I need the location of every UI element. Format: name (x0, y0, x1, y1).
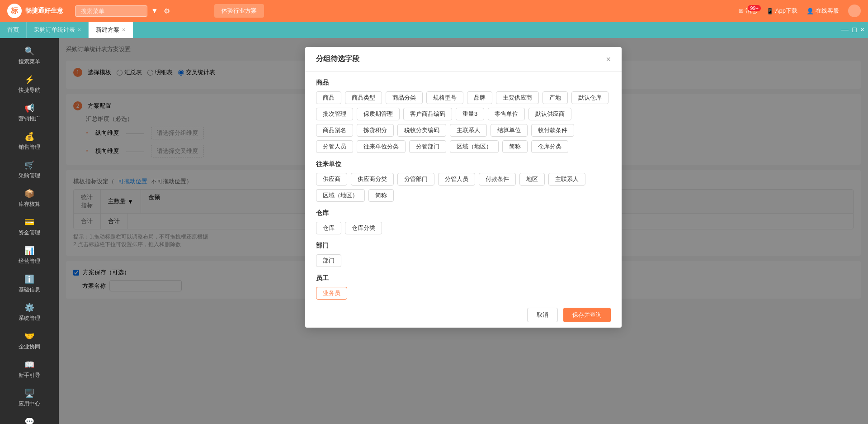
field-tags-2: 仓库仓库分类 (316, 222, 611, 234)
field-tag-1-0[interactable]: 供应商 (316, 173, 347, 186)
sidebar-system-label: 系统管理 (19, 314, 40, 322)
download-label: App下载 (775, 7, 797, 15)
field-group-0: 商品商品商品类型商品分类规格型号品牌主要供应商产地默认仓库批次管理保质期管理客户… (316, 79, 611, 153)
tab-maximize[interactable]: □ (852, 26, 857, 34)
field-tag-0-13[interactable]: 默认供应商 (528, 108, 571, 120)
tab-close-all[interactable]: × (860, 26, 864, 34)
tab-purchase-stats[interactable]: 采购订单统计表 × (27, 22, 89, 38)
field-tag-0-2[interactable]: 商品分类 (386, 91, 423, 104)
field-tags-1: 供应商供应商分类分管部门分管人员付款条件地区主联系人区域（地区）简称 (316, 173, 611, 202)
sidebar-appcenter-label: 应用中心 (19, 400, 40, 408)
sidebar-item-wechat[interactable]: 💬 企业微信 (0, 412, 59, 424)
sidebar: 🔍 搜索菜单 ⚡ 快捷导航 📢 营销推广 💰 销售管理 🛒 采购管理 📦 库存核… (0, 38, 59, 424)
sidebar-item-purchase[interactable]: 🛒 采购管理 (0, 156, 59, 184)
field-tag-0-10[interactable]: 客户商品编码 (403, 108, 452, 120)
field-tag-1-1[interactable]: 供应商分类 (351, 173, 394, 186)
field-tag-1-4[interactable]: 付款条件 (479, 173, 516, 186)
sales-icon: 💰 (24, 132, 34, 142)
field-tag-0-8[interactable]: 批次管理 (316, 108, 353, 120)
field-tag-1-2[interactable]: 分管部门 (397, 173, 434, 186)
field-tag-2-1[interactable]: 仓库分类 (345, 222, 382, 234)
field-tag-1-6[interactable]: 主联系人 (548, 173, 585, 186)
service-label: 在线客服 (816, 7, 839, 15)
sidebar-item-guide[interactable]: 📖 新手引导 (0, 355, 59, 384)
sidebar-search-label: 搜索菜单 (19, 58, 40, 66)
sidebar-item-system[interactable]: ⚙️ 系统管理 (0, 298, 59, 327)
field-tags-3: 部门 (316, 254, 611, 267)
field-tag-0-23[interactable]: 区域（地区） (450, 140, 499, 153)
search-input[interactable] (75, 5, 147, 17)
search-icon[interactable]: ▼ (151, 7, 158, 15)
service-item[interactable]: 👤 在线客服 (807, 7, 839, 15)
experience-btn[interactable]: 体验行业方案 (214, 4, 264, 18)
message-item[interactable]: ✉ 消息 99+ (739, 7, 757, 15)
field-tag-0-5[interactable]: 主要供应商 (496, 91, 539, 104)
tab-new-plan[interactable]: 新建方案 × (89, 22, 133, 38)
sidebar-operations-label: 经营管理 (19, 257, 40, 265)
sidebar-item-inventory[interactable]: 📦 库存核算 (0, 184, 59, 213)
system-icon: ⚙️ (24, 303, 34, 313)
field-tag-1-5[interactable]: 地区 (519, 173, 545, 186)
sidebar-item-search[interactable]: 🔍 搜索菜单 (0, 42, 59, 70)
modal-close-btn[interactable]: × (606, 55, 611, 63)
field-group-4: 员工业务员 (316, 274, 611, 300)
field-tag-0-24[interactable]: 简称 (502, 140, 528, 153)
sidebar-item-finance[interactable]: 💳 资金管理 (0, 213, 59, 241)
top-header: 标 畅捷通好生意 ▼ ⚙ 体验行业方案 ✉ 消息 99+ 📱 App下载 👤 在… (0, 0, 868, 22)
field-tag-2-0[interactable]: 仓库 (316, 222, 341, 234)
tab-minimize[interactable]: — (841, 26, 849, 34)
field-tag-0-21[interactable]: 往来单位分类 (357, 140, 406, 153)
cancel-button[interactable]: 取消 (527, 308, 558, 322)
field-tag-0-18[interactable]: 结算单位 (491, 124, 528, 137)
field-tag-0-25[interactable]: 仓库分类 (531, 140, 568, 153)
field-tag-1-7[interactable]: 区域（地区） (316, 189, 365, 202)
field-tag-0-1[interactable]: 商品类型 (345, 91, 382, 104)
field-tag-1-8[interactable]: 简称 (368, 189, 394, 202)
field-tag-0-6[interactable]: 产地 (542, 91, 568, 104)
modal-title: 分组待选字段 (316, 54, 359, 64)
sidebar-item-sales[interactable]: 💰 销售管理 (0, 127, 59, 156)
message-badge: 99+ (748, 5, 761, 11)
field-tag-0-19[interactable]: 收付款条件 (531, 124, 574, 137)
download-item[interactable]: 📱 App下载 (766, 7, 797, 15)
field-tag-0-16[interactable]: 税收分类编码 (397, 124, 446, 137)
confirm-button[interactable]: 保存并查询 (563, 308, 611, 322)
field-tag-4-0[interactable]: 业务员 (316, 287, 347, 300)
sidebar-item-quicknav[interactable]: ⚡ 快捷导航 (0, 70, 59, 99)
field-tag-0-11[interactable]: 重量3 (456, 108, 484, 120)
field-tag-0-9[interactable]: 保质期管理 (357, 108, 400, 120)
sidebar-item-marketing[interactable]: 📢 营销推广 (0, 99, 59, 127)
sidebar-item-base[interactable]: ℹ️ 基础信息 (0, 270, 59, 298)
field-tags-4: 业务员 (316, 287, 611, 300)
settings-icon[interactable]: ⚙ (164, 7, 170, 15)
tab-new-plan-close[interactable]: × (122, 27, 125, 33)
purchase-icon: 🛒 (24, 160, 34, 170)
modal-body[interactable]: 商品商品商品类型商品分类规格型号品牌主要供应商产地默认仓库批次管理保质期管理客户… (305, 71, 622, 302)
field-tag-0-15[interactable]: 拣货积分 (357, 124, 394, 137)
field-tag-1-3[interactable]: 分管人员 (438, 173, 475, 186)
field-group-title-0: 商品 (316, 79, 611, 87)
field-tag-0-7[interactable]: 默认仓库 (571, 91, 609, 104)
sidebar-inventory-label: 库存核算 (19, 200, 40, 208)
sidebar-item-appcenter[interactable]: 🖥️ 应用中心 (0, 384, 59, 412)
base-icon: ℹ️ (24, 274, 34, 284)
user-avatar[interactable] (848, 5, 861, 17)
field-tag-0-4[interactable]: 品牌 (467, 91, 492, 104)
field-tag-0-20[interactable]: 分管人员 (316, 140, 353, 153)
field-tag-0-0[interactable]: 商品 (316, 91, 341, 104)
tab-purchase-stats-close[interactable]: × (78, 27, 81, 33)
marketing-icon: 📢 (24, 103, 34, 113)
message-icon: ✉ (739, 8, 744, 14)
field-tag-3-0[interactable]: 部门 (316, 254, 341, 267)
service-icon: 👤 (807, 8, 814, 14)
field-tag-0-12[interactable]: 零售单位 (488, 108, 525, 120)
search-menu-icon: 🔍 (24, 46, 34, 56)
sidebar-item-collab[interactable]: 🤝 企业协同 (0, 327, 59, 355)
tab-new-plan-label: 新建方案 (96, 26, 119, 34)
tab-home[interactable]: 首页 (0, 22, 27, 38)
field-tag-0-17[interactable]: 主联系人 (450, 124, 487, 137)
field-tag-0-14[interactable]: 商品别名 (316, 124, 353, 137)
sidebar-item-operations[interactable]: 📊 经营管理 (0, 241, 59, 270)
field-tag-0-22[interactable]: 分管部门 (409, 140, 446, 153)
field-tag-0-3[interactable]: 规格型号 (426, 91, 463, 104)
